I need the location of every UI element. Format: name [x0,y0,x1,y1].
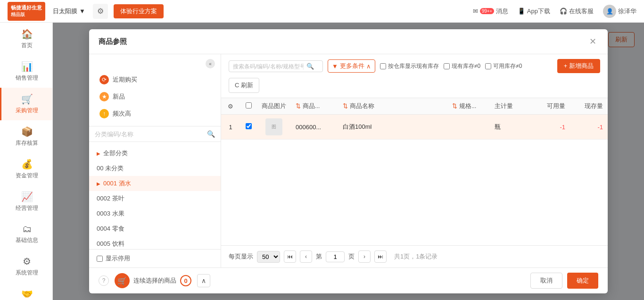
cat-liquor[interactable]: ▶ 0001 酒水 [89,176,221,191]
settings-icon[interactable]: ⚙ [93,4,108,19]
sidebar-item-inventory[interactable]: 📦 库存核算 [0,120,52,153]
inventory-icon: 📦 [21,126,33,137]
page-input[interactable] [326,251,345,262]
cat-tea-label: 0002 茶叶 [97,194,124,203]
modal-close-button[interactable]: ✕ [587,36,598,47]
show-disabled-area: 显示停用 [89,249,221,267]
branch-selector[interactable]: 日太阳膜 ▼ [53,7,87,16]
checkbox-warehouse-input[interactable] [380,63,386,69]
checkbox-stock-nonzero-input[interactable] [444,63,450,69]
select-all-checkbox[interactable] [246,102,252,108]
row-checkbox[interactable] [246,123,252,129]
sidebar-item-basic[interactable]: 🗂 基础信息 [0,218,52,250]
sidebar-item-purchase[interactable]: 🛒 采购管理 [0,88,52,120]
tab-freq[interactable]: ↑ 频次高 [95,106,215,121]
sidebar-label-operation: 经营管理 [16,204,38,212]
avatar: 👤 [603,5,616,18]
total-label: 共1页，1条记录 [394,252,438,261]
category-search-area: 🔍 [89,126,221,142]
cat-snack[interactable]: 0004 零食 [89,221,221,236]
main-layout: 🏠 首页 📊 销售管理 🛒 采购管理 📦 库存核算 💰 资金管理 📈 经营管理 … [0,23,644,300]
refresh-button[interactable]: C 刷新 [229,78,259,93]
toolbar: 🔍 ▼ 更多条件 ∧ 按仓库显示现有库存 [221,54,608,98]
cancel-button[interactable]: 取消 [530,273,562,289]
sort-icon-code[interactable]: ⇅ [296,102,301,109]
dropdown-icon: ▼ [79,8,85,15]
col-image-header: 商品图片 [257,98,291,115]
cart-count: 0 [180,275,191,286]
confirm-button[interactable]: 确定 [567,273,598,289]
row-num: 1 [221,115,240,140]
filter-button[interactable]: ▼ 更多条件 ∧ [328,59,375,73]
new-icon: ★ [99,92,109,101]
tab-new[interactable]: ★ 新品 [95,89,215,104]
tab-recent[interactable]: ⟳ 近期购买 [95,72,215,87]
row-unit: 瓶 [490,115,528,140]
add-product-button[interactable]: + 新增商品 [557,59,600,73]
sidebar-item-system[interactable]: ⚙ 系统管理 [0,250,52,283]
first-page-btn[interactable]: ⏮ [284,250,296,263]
page-suffix: 页 [348,252,355,261]
sort-icon-spec[interactable]: ⇅ [452,102,457,109]
sidebar-item-finance[interactable]: 💰 资金管理 [0,153,52,185]
checkbox-stock-nonzero[interactable]: 现有库存≠0 [444,62,480,70]
modal-footer: ? 🛒 连续选择的商品 0 ∧ 取消 确定 [89,267,608,293]
cat-all[interactable]: ▶ 全部分类 [89,146,221,161]
row-image-cell: 图 [257,115,291,140]
cat-liquor-label: 0001 酒水 [103,179,131,188]
message-button[interactable]: ✉ 99++ 消息 [473,7,508,16]
col-unit-header: 主计量 [490,98,528,115]
help-icon[interactable]: ? [99,275,109,286]
purchase-icon: 🛒 [21,93,33,105]
sidebar-label-finance: 资金管理 [16,172,38,180]
page-label: 第 [316,252,322,261]
category-search-icon[interactable]: 🔍 [207,130,215,138]
show-disabled-label[interactable]: 显示停用 [106,254,130,263]
home-icon: 🏠 [21,28,33,40]
checkbox-avail-nonzero-input[interactable] [485,63,491,69]
category-search-input[interactable] [95,131,204,138]
next-page-btn[interactable]: › [358,250,371,263]
collapse-cart-btn[interactable]: ∧ [197,274,210,287]
last-page-btn[interactable]: ⏭ [374,250,387,263]
search-submit-icon[interactable]: 🔍 [306,63,314,70]
sidebar-item-sales[interactable]: 📊 销售管理 [0,55,52,88]
page-size-select[interactable]: 50 [257,251,280,263]
sidebar-item-enterprise[interactable]: 🤝 企业协同 [0,283,52,300]
app-download-button[interactable]: 📱 App下载 [518,7,550,16]
col-num: ⚙ [221,98,240,115]
sort-icon-name[interactable]: ⇅ [343,102,348,109]
row-name: 白酒100ml [338,115,447,140]
show-disabled-checkbox[interactable] [97,256,103,262]
checkbox-stock-nonzero-label: 现有库存≠0 [452,62,480,70]
cat-tea[interactable]: 0002 茶叶 [89,191,221,206]
table-row: 1 图 000600... 白酒100ml 瓶 -1 -1 [221,115,608,140]
col-spec-header: ⇅ 规格... [447,98,490,115]
logo-line2: 精品版 [11,11,42,18]
cat-snack-label: 0004 零食 [97,225,124,233]
cat-unclassified-label: 00 未分类 [97,164,124,173]
checkbox-avail-nonzero[interactable]: 可用库存≠0 [485,62,522,70]
sidebar-item-home[interactable]: 🏠 首页 [0,23,52,55]
product-search-input[interactable] [233,63,304,70]
prev-page-btn[interactable]: ‹ [300,250,312,263]
cat-unclassified[interactable]: 00 未分类 [89,161,221,176]
col-name-header: ⇅ 商品名称 [338,98,447,115]
user-profile[interactable]: 👤 徐泽华 [603,5,636,18]
right-panel: 🔍 ▼ 更多条件 ∧ 按仓库显示现有库存 [221,54,608,267]
app-label: App下载 [527,7,550,16]
product-table-container: ⚙ 商品图片 [221,98,608,245]
settings-col-icon[interactable]: ⚙ [228,103,233,110]
cat-beverage[interactable]: 0005 饮料 [89,236,221,249]
cat-fruit[interactable]: 0003 水果 [89,206,221,221]
trial-button[interactable]: 体验行业方案 [114,4,164,18]
checkbox-warehouse[interactable]: 按仓库显示现有库存 [380,62,439,70]
service-label: 在线客服 [569,7,594,16]
sidebar-item-operation[interactable]: 📈 经营管理 [0,185,52,218]
sidebar-label-purchase: 采购管理 [16,107,38,115]
service-button[interactable]: 🎧 在线客服 [560,7,594,16]
footer-buttons: 取消 确定 [530,273,598,289]
freq-icon: ↑ [99,109,109,118]
left-panel: « ⟳ 近期购买 ★ 新品 ↑ [89,54,221,267]
collapse-button[interactable]: « [206,59,215,68]
